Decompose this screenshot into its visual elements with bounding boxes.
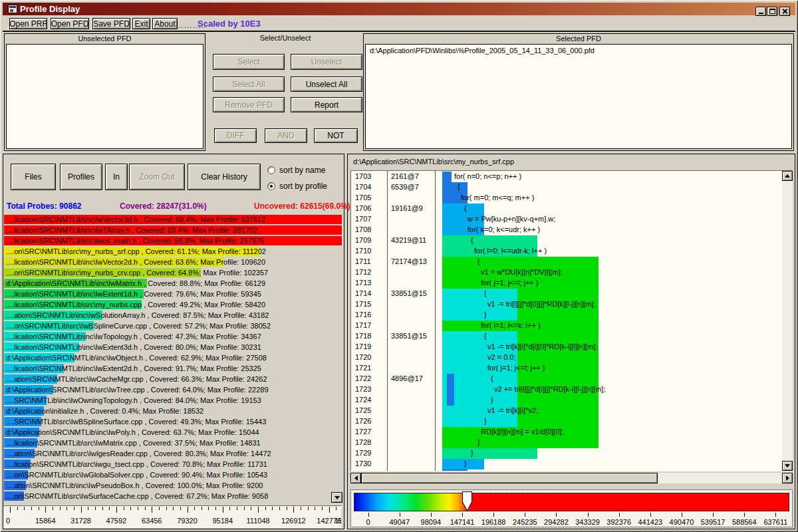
profile-count: 33851@15 [391,332,427,340]
file-row[interactable]: d:\Application\SRC\NMTLib\inc\IwObject.h… [4,352,342,363]
app-window: Profile Display Open PRF Open PFD Save P… [0,0,798,532]
diff-button[interactable]: DIFF [214,128,257,143]
sort-by-profile-radio[interactable] [267,182,275,190]
file-row[interactable]: ....SRC\NMTLib\inc\IwOwningTopology.h , … [4,395,342,406]
code-line: 1724} [351,395,792,406]
code-cell: v1 = w*DU[k][n]*DV[l][m]; [436,267,781,278]
axis-tick [251,507,251,510]
code-line: 1726} [351,416,792,427]
file-list-scroll-down-button[interactable] [331,492,342,503]
file-row[interactable]: ....lication\SRC\NMTLib\src\IwMatrix.cpp… [4,438,342,448]
title-bar[interactable]: Profile Display [3,3,795,15]
code-cell: } [436,395,781,406]
file-row[interactable]: ....lication\SRC\NMTLib\inc\IwTopology.h… [4,331,342,342]
file-row[interactable]: ....on\SRC\NMTLib\src\IwBSplineCurve.cpp… [4,321,342,331]
unselect-button[interactable]: Unselect [291,54,362,70]
file-row[interactable]: ....lication\SRC\NMTLib\inc\IwVector2d.h… [4,257,342,267]
report-button[interactable]: Report [291,97,362,112]
code-line: 1729} [351,448,792,459]
file-row[interactable]: ....on\SRC\NMTLib\src\my_nurbs_crv.cpp ,… [4,267,342,278]
selected-pfd-list[interactable]: d:\Application\PFD\Winlibs\%Profile_2005… [365,44,792,149]
file-row[interactable]: ....SRC\NMTLib\src\IwBSplineSurface.cpp … [4,416,342,427]
code-text: w = Pw[ku-p+n][kv-q+m].w; [467,215,555,223]
file-row[interactable]: ....lication\SRC\NMTLib\src\my_nurbs.cpp… [4,299,342,310]
code-line: 17224896@17{ [351,374,792,384]
open-prf-button[interactable]: Open PRF [9,18,47,29]
file-row[interactable]: ....lication\SRC\NMTLib\inc\IwExtent1d.h… [4,289,342,299]
axis-tick [293,507,294,513]
file-row[interactable]: ....lication\SRC\NMTLib\inc\iwos_math.h … [4,235,342,246]
file-row[interactable]: ....lication\SRC\NMTLib\src\iwgu_tsect.c… [4,459,342,469]
and-button[interactable]: AND [265,128,307,143]
unselect-all-button[interactable]: Unselect All [291,76,362,92]
file-row[interactable]: d:\Application\SRC\NMTLib\inc\IwPoly.h ,… [4,427,342,438]
axis-tick [329,507,330,513]
clear-history-button[interactable]: Clear History [188,164,261,190]
scale-label: 245235 [509,515,541,527]
sort-by-name-radio[interactable] [267,166,275,174]
file-row[interactable]: d:\Application\SRC\NMTLib\inc\IwMatrix.h… [4,278,342,289]
axis-tick [24,507,25,510]
about-button[interactable]: About [152,18,178,29]
maximize-button[interactable] [767,7,777,16]
code-line: 170619161@9{ [351,203,792,214]
selected-pfd-item[interactable]: d:\Application\PFD\Winlibs\%Profile_2005… [370,47,595,55]
unselected-pfd-list[interactable] [6,44,203,149]
close-button[interactable] [779,7,790,16]
file-row[interactable]: ....ation\SRC\NMTLib\inc\IwSolutionArray… [4,310,342,321]
files-button[interactable]: Files [11,164,56,190]
code-vertical-scrollbar[interactable] [782,171,793,471]
line-number: 1704 [355,183,371,191]
code-cell: v2 += tri[l][j]*d[i][j]*RD[k-i][l-j][n][… [436,384,781,395]
file-row[interactable]: ....on\SRC\NMTLib\src\IwGlobalSolver.cpp… [4,469,342,480]
zoom-out-button[interactable]: Zoom Out [129,164,185,190]
file-row[interactable]: ....on\SRC\NMTLib\src\my_nurbs_srf.cpp ,… [4,246,342,257]
file-row[interactable]: ....lication\SRC\NMTLib\inc\IwTArray.h ,… [4,225,342,235]
scroll-left-button[interactable] [350,473,361,483]
scroll-right-button[interactable] [782,473,793,483]
file-row[interactable]: ....ation\SRC\NMTLib\src\IwCacheMgr.cpp … [4,374,342,384]
code-line: 1707w = Pw[ku-p+n][kv-q+m].w; [351,214,792,225]
scroll-up-button[interactable] [782,171,793,181]
select-button[interactable]: Select [213,54,285,70]
not-button[interactable]: NOT [314,128,358,143]
scroll-down-button[interactable] [782,461,793,471]
exit-button[interactable]: Exit [132,18,150,29]
code-text: v1 = w*DU[k][n]*DV[l][m]; [481,268,563,276]
axis-tick [258,507,259,513]
code-horizontal-scrollbar[interactable] [350,473,793,483]
axis-tick [39,507,39,510]
axis-tick [152,507,152,513]
remove-pfd-button[interactable]: Remove PFD [213,97,285,112]
file-row[interactable]: ....lication\SRC\NMTLib\inc\IwExtent3d.h… [4,342,342,352]
code-cell: } [436,416,781,427]
file-row[interactable]: d:\Application\initialize.h , Covered: 0… [4,406,342,416]
file-row[interactable]: d:\Application\SRC\NMTLib\src\IwTree.cpp… [4,384,342,395]
profile-heat-bar [442,203,484,214]
axis-tick [229,507,230,510]
file-row[interactable]: ....ation\SRC\NMTLib\src\IwIgesReader.cp… [4,448,342,459]
scale-label: 392376 [603,515,634,527]
save-pfd-button[interactable]: Save PFD [92,18,130,29]
code-text: } [471,449,473,457]
code-line: 170943219@11{ [351,235,792,246]
scale-tick [619,513,620,517]
code-line: 171172174@13{ [351,257,792,267]
profiles-button[interactable]: Profiles [60,164,102,190]
file-row[interactable]: ....lication\SRC\NMTLib\inc\IwExtent2d.h… [4,363,342,374]
select-all-button[interactable]: Select All [213,76,285,92]
maximize-icon [769,9,775,14]
axis-tick [74,507,74,510]
open-pfd-button[interactable]: Open PFD [51,18,89,29]
file-row-text: ....lication\SRC\NMTLib\src\iwgu_tsect.c… [6,460,267,468]
axis-tick-label: 15 [334,517,341,525]
line-number: 1719 [355,342,371,350]
code-cell: for( i=1; i<=k; i++ ) [436,321,781,331]
file-row[interactable]: ....ation\SRC\NMTLib\inc\IwPseudoBox.h ,… [4,480,342,491]
file-row[interactable]: ....on\SRC\NMTLib\src\IwSurfaceCache.cpp… [4,491,342,501]
zoom-in-button[interactable]: In [105,164,128,190]
minimize-button[interactable] [755,7,766,16]
file-row[interactable]: ....lication\SRC\NMTLib\inc\IwVector3d.h… [4,214,342,225]
code-line: 1730} [351,459,792,469]
scrollbar-thumb[interactable] [361,473,658,483]
